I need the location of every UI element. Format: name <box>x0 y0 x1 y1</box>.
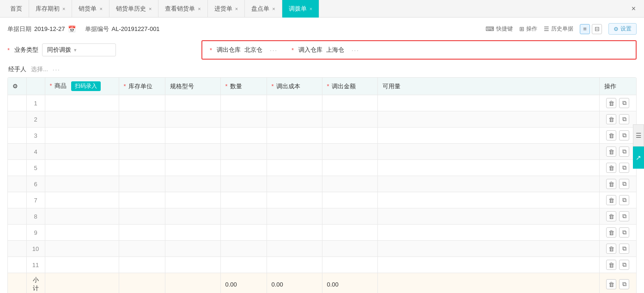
row-cost-9[interactable] <box>267 225 322 241</box>
row-amount-2[interactable] <box>322 111 377 128</box>
out-warehouse-more-btn[interactable]: ··· <box>270 47 278 54</box>
shortcut-action[interactable]: ⌨ 快捷键 <box>486 25 513 33</box>
row-product-11[interactable] <box>45 257 119 273</box>
footer-copy-btn[interactable]: ⧉ <box>619 279 629 289</box>
row-product-8[interactable] <box>45 208 119 225</box>
row-delete-btn-5[interactable]: 🗑 <box>606 163 616 173</box>
row-copy-btn-1[interactable]: ⧉ <box>619 98 629 108</box>
row-copy-btn-9[interactable]: ⧉ <box>619 227 629 238</box>
tab-close-sales-history[interactable]: × <box>149 6 152 12</box>
tab-purchase-order[interactable]: 进货单 × <box>208 0 245 18</box>
row-cost-5[interactable] <box>267 160 322 176</box>
person-more-btn[interactable]: ··· <box>53 66 61 73</box>
row-avail-3[interactable] <box>377 128 599 144</box>
row-delete-btn-2[interactable]: 🗑 <box>606 114 616 124</box>
row-unit-7[interactable] <box>119 192 165 208</box>
layout-btn-1[interactable]: ≡ <box>580 24 590 34</box>
row-qty-5[interactable] <box>220 160 267 176</box>
row-unit-4[interactable] <box>119 144 165 160</box>
operation-action[interactable]: ⊞ 操作 <box>519 25 537 33</box>
row-copy-btn-11[interactable]: ⧉ <box>619 260 629 270</box>
row-product-2[interactable] <box>45 111 119 128</box>
row-qty-2[interactable] <box>220 111 267 128</box>
row-amount-1[interactable] <box>322 95 377 111</box>
calendar-icon[interactable]: 📅 <box>68 25 76 33</box>
row-copy-btn-4[interactable]: ⧉ <box>619 146 629 157</box>
row-qty-1[interactable] <box>220 95 267 111</box>
row-amount-10[interactable] <box>322 241 377 257</box>
row-delete-btn-1[interactable]: 🗑 <box>606 98 616 108</box>
row-qty-10[interactable] <box>220 241 267 257</box>
scan-entry-button[interactable]: 扫码录入 <box>71 81 101 91</box>
row-avail-11[interactable] <box>377 257 599 273</box>
row-delete-btn-7[interactable]: 🗑 <box>606 195 616 205</box>
row-copy-btn-2[interactable]: ⧉ <box>619 114 629 124</box>
row-unit-1[interactable] <box>119 95 165 111</box>
row-cost-11[interactable] <box>267 257 322 273</box>
row-spec-10[interactable] <box>165 241 220 257</box>
row-avail-4[interactable] <box>377 144 599 160</box>
row-spec-9[interactable] <box>165 225 220 241</box>
tab-close-inventory-check[interactable]: × <box>272 6 275 12</box>
row-avail-9[interactable] <box>377 225 599 241</box>
tab-inventory-check[interactable]: 盘点单 × <box>245 0 282 18</box>
row-delete-btn-4[interactable]: 🗑 <box>606 146 616 157</box>
row-amount-5[interactable] <box>322 160 377 176</box>
row-qty-4[interactable] <box>220 144 267 160</box>
row-avail-5[interactable] <box>377 160 599 176</box>
row-delete-btn-3[interactable]: 🗑 <box>606 130 616 140</box>
row-cost-7[interactable] <box>267 192 322 208</box>
row-product-3[interactable] <box>45 128 119 144</box>
row-delete-btn-10[interactable]: 🗑 <box>606 244 616 254</box>
row-avail-1[interactable] <box>377 95 599 111</box>
row-spec-4[interactable] <box>165 144 220 160</box>
row-delete-btn-11[interactable]: 🗑 <box>606 260 616 270</box>
footer-delete-btn[interactable]: 🗑 <box>606 279 616 289</box>
tab-close-transfer-order[interactable]: × <box>310 6 312 12</box>
row-amount-6[interactable] <box>322 176 377 192</box>
row-amount-11[interactable] <box>322 257 377 273</box>
tab-sales-order[interactable]: 销货单 × <box>72 0 109 18</box>
float-export-btn[interactable]: ↗ <box>633 146 644 169</box>
tab-view-sales[interactable]: 查看销货单 × <box>158 0 207 18</box>
row-copy-btn-8[interactable]: ⧉ <box>619 211 629 221</box>
row-spec-8[interactable] <box>165 208 220 225</box>
row-amount-7[interactable] <box>322 192 377 208</box>
window-close-button[interactable]: × <box>627 5 640 13</box>
settings-button[interactable]: ⚙ 设置 <box>608 23 637 35</box>
row-unit-6[interactable] <box>119 176 165 192</box>
row-cost-6[interactable] <box>267 176 322 192</box>
row-unit-10[interactable] <box>119 241 165 257</box>
row-copy-btn-6[interactable]: ⧉ <box>619 179 629 189</box>
row-avail-8[interactable] <box>377 208 599 225</box>
row-product-5[interactable] <box>45 160 119 176</box>
row-spec-7[interactable] <box>165 192 220 208</box>
in-warehouse-more-btn[interactable]: ··· <box>352 47 359 54</box>
row-delete-btn-9[interactable]: 🗑 <box>606 227 616 238</box>
tab-close-sales-order[interactable]: × <box>99 6 102 12</box>
row-spec-2[interactable] <box>165 111 220 128</box>
row-unit-2[interactable] <box>119 111 165 128</box>
row-amount-9[interactable] <box>322 225 377 241</box>
row-spec-5[interactable] <box>165 160 220 176</box>
row-unit-3[interactable] <box>119 128 165 144</box>
row-cost-4[interactable] <box>267 144 322 160</box>
row-avail-2[interactable] <box>377 111 599 128</box>
row-copy-btn-5[interactable]: ⧉ <box>619 163 629 173</box>
row-qty-7[interactable] <box>220 192 267 208</box>
row-delete-btn-8[interactable]: 🗑 <box>606 211 616 221</box>
row-qty-3[interactable] <box>220 128 267 144</box>
float-list-btn[interactable]: ☰ <box>633 124 644 146</box>
row-amount-8[interactable] <box>322 208 377 225</box>
col-gear[interactable]: ⚙ <box>8 78 26 95</box>
tab-sales-history[interactable]: 销货单历史 × <box>109 0 158 18</box>
row-spec-1[interactable] <box>165 95 220 111</box>
row-cost-3[interactable] <box>267 128 322 144</box>
row-product-1[interactable] <box>45 95 119 111</box>
business-type-dropdown[interactable]: 同价调拨 ▾ <box>42 43 116 56</box>
row-cost-2[interactable] <box>267 111 322 128</box>
row-cost-8[interactable] <box>267 208 322 225</box>
row-product-7[interactable] <box>45 192 119 208</box>
row-unit-9[interactable] <box>119 225 165 241</box>
row-delete-btn-6[interactable]: 🗑 <box>606 179 616 189</box>
